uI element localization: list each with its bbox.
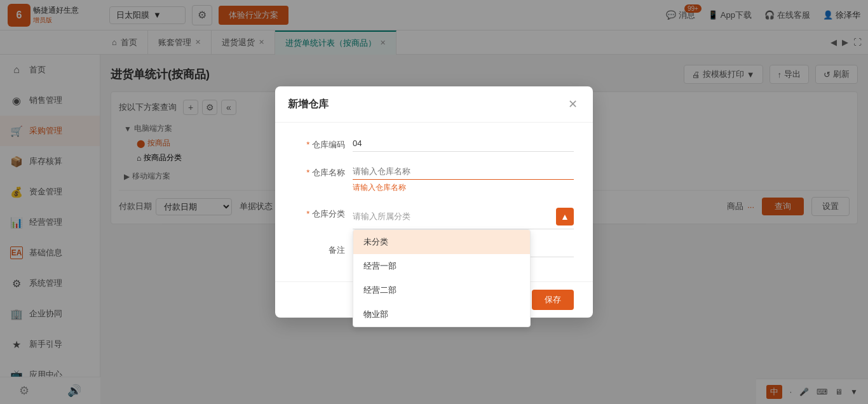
modal-overlay[interactable]: 新增仓库 ✕ 仓库编码 仓库名称 请输入仓库名称 仓库分类 xyxy=(0,0,868,404)
warehouse-name-error: 请输入仓库名称 xyxy=(353,182,574,193)
dropdown-none-label: 未分类 xyxy=(363,237,388,246)
dropdown-toggle-arrow[interactable]: ▲ xyxy=(556,208,574,226)
warehouse-code-input[interactable] xyxy=(353,135,574,152)
dropdown-item-none[interactable]: 未分类 xyxy=(353,230,530,254)
remark-label: 备注 xyxy=(294,241,345,256)
form-row-name: 仓库名称 请输入仓库名称 xyxy=(294,163,574,193)
category-dropdown-list: 未分类 经营一部 经营二部 物业部 xyxy=(353,229,531,327)
modal-title: 新增仓库 xyxy=(288,98,329,111)
modal-header: 新增仓库 ✕ xyxy=(275,86,593,123)
dropdown-property-label: 物业部 xyxy=(363,309,388,319)
warehouse-name-input[interactable] xyxy=(353,163,574,180)
dropdown-item-property[interactable]: 物业部 xyxy=(353,302,530,327)
form-row-category: 仓库分类 请输入所属分类 ▲ 未分类 经营一部 xyxy=(294,205,574,229)
warehouse-category-placeholder: 请输入所属分类 xyxy=(353,211,556,222)
modal: 新增仓库 ✕ 仓库编码 仓库名称 请输入仓库名称 仓库分类 xyxy=(275,86,593,318)
dropdown-ops2-label: 经营二部 xyxy=(363,285,397,295)
dropdown-item-ops2[interactable]: 经营二部 xyxy=(353,278,530,302)
warehouse-name-label: 仓库名称 xyxy=(294,163,345,178)
warehouse-name-wrap: 请输入仓库名称 xyxy=(353,163,574,193)
dropdown-ops1-label: 经营一部 xyxy=(363,261,397,271)
warehouse-code-wrap xyxy=(353,135,574,152)
warehouse-code-label: 仓库编码 xyxy=(294,135,345,151)
warehouse-category-wrap: 请输入所属分类 ▲ 未分类 经营一部 经营二部 xyxy=(353,205,574,229)
form-row-code: 仓库编码 xyxy=(294,135,574,152)
modal-close-btn[interactable]: ✕ xyxy=(565,97,580,112)
warehouse-category-label: 仓库分类 xyxy=(294,205,345,220)
dropdown-item-ops1[interactable]: 经营一部 xyxy=(353,254,530,278)
modal-body: 仓库编码 仓库名称 请输入仓库名称 仓库分类 请输入所属分类 xyxy=(275,123,593,281)
save-button[interactable]: 保存 xyxy=(532,290,574,310)
warehouse-category-select[interactable]: 请输入所属分类 ▲ xyxy=(353,205,574,229)
